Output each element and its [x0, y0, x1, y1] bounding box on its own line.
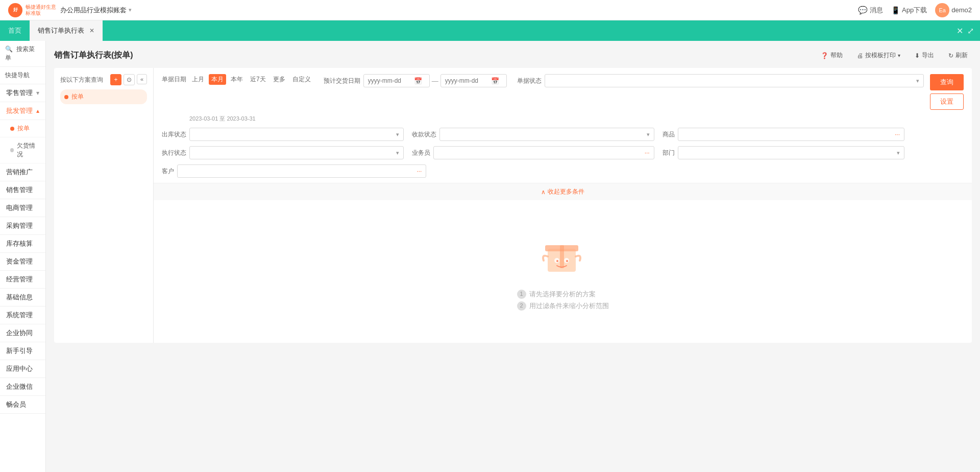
top-bar-left: 好 畅捷通好生意 标准版 办公用品行业模拟账套 ▾ — [8, 3, 132, 17]
collection-select-arrow: ▾ — [647, 131, 650, 138]
print-label: 按模板打印 — [865, 51, 896, 60]
sidebar-item-retail[interactable]: 零售管理 ▾ — [0, 84, 45, 102]
app-download-btn[interactable]: 📱 App下载 — [891, 6, 927, 15]
sidebar-item-ecommerce[interactable]: 电商管理 — [0, 199, 45, 217]
sidebar-item-marketing[interactable]: 营销推广 — [0, 163, 45, 181]
ecommerce-label: 电商管理 — [6, 203, 33, 213]
quicknav-label: 快捷导航 — [5, 72, 30, 79]
empty-state: 1 请先选择要分析的方案 2 用过滤条件来缩小分析范围 — [154, 200, 972, 343]
expected-date-start[interactable]: 📅 — [363, 74, 430, 87]
outbound-label: 出库状态 — [162, 130, 186, 139]
filter-row-1: 单据日期 上月 本月 本年 近7天 更多 自定义 — [162, 74, 964, 110]
filter-row-4: 客户 ··· — [162, 164, 964, 178]
wholesale-expand-icon: ▴ — [36, 107, 39, 114]
sidebar-item-basic-info[interactable]: 基础信息 — [0, 289, 45, 306]
main-layout: 🔍 搜索菜单 快捷导航 零售管理 ▾ 批发管理 ▴ 按单 欠货情况 营销推广 — [0, 41, 980, 472]
tab-close-btn[interactable]: ✕ — [957, 26, 963, 36]
sidebar-item-member[interactable]: 畅会员 — [0, 396, 45, 414]
sidebar-item-wholesale[interactable]: 批发管理 ▴ — [0, 102, 45, 120]
tab-home[interactable]: 首页 — [0, 20, 30, 41]
sidebar-item-sales[interactable]: 销售管理 — [0, 181, 45, 199]
main-panel-inner: 按以下方案查询 + ⊙ « 按单 — [54, 68, 972, 343]
sidebar-quicknav[interactable]: 快捷导航 — [0, 67, 45, 84]
period-更多[interactable]: 更多 — [271, 74, 288, 85]
period-tabs-area: 上月 本月 本年 近7天 更多 自定义 — [189, 74, 313, 85]
empty-hints: 1 请先选择要分析的方案 2 用过滤条件来缩小分析范围 — [517, 288, 609, 312]
period-近7天[interactable]: 近7天 — [248, 74, 268, 85]
sidebar-item-system[interactable]: 系统管理 — [0, 306, 45, 324]
collection-field: 收款状态 ▾ — [412, 128, 654, 141]
period-本年[interactable]: 本年 — [228, 74, 246, 85]
tab-close-icon[interactable]: ✕ — [89, 27, 94, 34]
outbound-select[interactable]: ▾ — [189, 128, 404, 141]
scheme-add-btn[interactable]: + — [110, 74, 121, 85]
scheme-collapse-btn[interactable]: « — [137, 74, 147, 84]
sidebar-item-wechat[interactable]: 企业微信 — [0, 378, 45, 396]
cal-icon-start[interactable]: 📅 — [414, 77, 422, 85]
refresh-icon: ↻ — [948, 52, 953, 59]
collapse-bar[interactable]: ∧ 收起更多条件 — [154, 183, 972, 200]
salesperson-field-btn[interactable]: ··· — [433, 146, 654, 159]
app-download-label: App下载 — [902, 6, 927, 15]
sidebar-sub-欠货情况[interactable]: 欠货情况 — [0, 137, 45, 163]
sales-label: 销售管理 — [6, 185, 33, 195]
collapse-label: 收起更多条件 — [548, 187, 584, 196]
tab-bar-actions: ✕ ⤢ — [957, 26, 980, 36]
sidebar-item-newbie[interactable]: 新手引导 — [0, 342, 45, 360]
expected-date-end[interactable]: 📅 — [440, 74, 507, 87]
tab-sales-exec[interactable]: 销售订单执行表 ✕ — [30, 20, 103, 41]
filter-row-3: 执行状态 ▾ 业务员 ··· — [162, 146, 964, 159]
scheme-edit-btn[interactable]: ⊙ — [124, 74, 135, 85]
logo-text: 畅捷通好生意 标准版 — [26, 4, 56, 16]
filter-result-panel: 单据日期 上月 本月 本年 近7天 更多 自定义 — [154, 68, 972, 343]
customer-field-btn[interactable]: ··· — [177, 164, 426, 178]
collection-select[interactable]: ▾ — [439, 128, 654, 141]
sidebar-sub-按单[interactable]: 按单 — [0, 120, 45, 137]
expected-date-label: 预计交货日期 — [324, 77, 360, 85]
export-button[interactable]: ⬇ 导出 — [911, 49, 938, 62]
logo-area: 好 畅捷通好生意 标准版 — [8, 3, 56, 17]
customer-label: 客户 — [162, 167, 174, 176]
tab-expand-btn[interactable]: ⤢ — [967, 26, 974, 36]
sidebar-item-operations[interactable]: 经营管理 — [0, 271, 45, 289]
avatar: Ea — [935, 3, 949, 17]
status-field: 单据状态 ▾ — [517, 74, 924, 87]
operations-label: 经营管理 — [6, 275, 33, 284]
settings-button[interactable]: 设置 — [930, 93, 964, 110]
sidebar-item-enterprise[interactable]: 企业协同 — [0, 324, 45, 342]
欠货情况-label: 欠货情况 — [17, 141, 37, 159]
period-本月[interactable]: 本月 — [209, 74, 226, 85]
period-上月[interactable]: 上月 — [189, 74, 207, 85]
period-自定义[interactable]: 自定义 — [290, 74, 313, 85]
goods-field-btn[interactable]: ··· — [678, 128, 904, 141]
date-hint-row: 2023-03-01 至 2023-03-31 — [162, 115, 964, 123]
exec-select[interactable]: ▾ — [189, 146, 404, 159]
sidebar-item-inventory[interactable]: 库存核算 — [0, 235, 45, 253]
customer-field: 客户 ··· — [162, 164, 426, 178]
scheme-item-按单[interactable]: 按单 — [60, 89, 147, 104]
expected-date-end-input[interactable] — [445, 77, 491, 84]
wholesale-label: 批发管理 — [6, 106, 33, 115]
help-button[interactable]: ❓ 帮助 — [817, 49, 847, 62]
expected-date-start-input[interactable] — [368, 77, 414, 84]
scheme-title: 按以下方案查询 — [60, 76, 103, 84]
cal-icon-end[interactable]: 📅 — [491, 77, 499, 85]
dept-select-arrow: ▾ — [897, 150, 900, 156]
sidebar-item-app-center[interactable]: 应用中心 — [0, 360, 45, 378]
expected-date-field: 预计交货日期 📅 — 📅 — [324, 74, 507, 87]
app-selector[interactable]: 办公用品行业模拟账套 ▾ — [60, 6, 132, 15]
sidebar-item-finance[interactable]: 资金管理 — [0, 253, 45, 271]
user-area[interactable]: Ea demo2 — [935, 3, 972, 17]
sidebar-search[interactable]: 🔍 搜索菜单 — [0, 41, 45, 67]
empty-hint-1: 1 请先选择要分析的方案 — [517, 288, 609, 300]
sidebar-item-purchase[interactable]: 采购管理 — [0, 217, 45, 235]
outbound-select-arrow: ▾ — [396, 131, 399, 138]
username: demo2 — [951, 6, 972, 14]
message-btn[interactable]: 💬 消息 — [858, 6, 883, 15]
status-select[interactable]: ▾ — [545, 74, 924, 87]
print-button[interactable]: 🖨 按模板打印 ▾ — [853, 49, 904, 62]
refresh-button[interactable]: ↻ 刷新 — [944, 49, 972, 62]
query-button[interactable]: 查询 — [930, 74, 964, 90]
download-icon: 📱 — [891, 6, 900, 14]
dept-select[interactable]: ▾ — [678, 146, 904, 159]
